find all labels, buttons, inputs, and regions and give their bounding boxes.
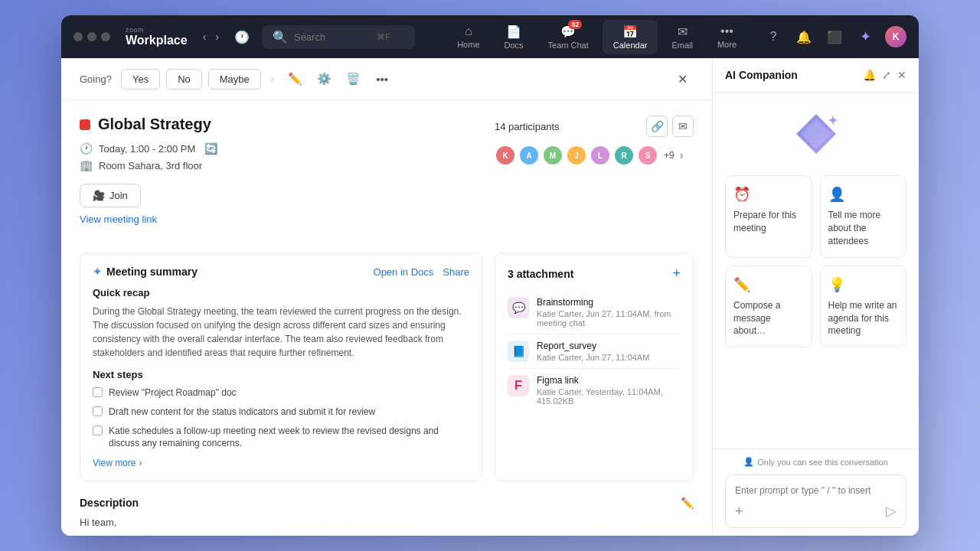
tab-more[interactable]: ••• More (707, 20, 747, 54)
delete-icon[interactable]: 🗑️ (341, 67, 364, 90)
open-in-docs-link[interactable]: Open in Docs (374, 266, 434, 278)
tab-team-chat[interactable]: 💬 82 Team Chat (537, 20, 599, 54)
attachment-1-meta: Katie Carter, Jun 27, 11:04AM, from meet… (537, 309, 681, 328)
next-step-2-text: Draft new content for the status indicat… (109, 406, 375, 419)
view-more-label: View more (93, 458, 136, 468)
notification-icon[interactable]: 🔔 (793, 26, 815, 47)
ai-add-button[interactable]: + (735, 504, 743, 520)
ai-close-icon[interactable]: ✕ (897, 69, 906, 81)
attachments-title: 3 attachment (508, 268, 573, 280)
attachment-report[interactable]: 📘 Report_survey Katie Carter, Jun 27, 11… (508, 334, 681, 369)
nav-tabs: ⌂ Home 📄 Docs 💬 82 Team Chat 📅 Calendar … (446, 20, 747, 54)
email-participants-button[interactable]: ✉ (672, 116, 694, 137)
event-time: Today, 1:00 - 2:00 PM (99, 143, 195, 155)
attachment-brainstorming[interactable]: 💬 Brainstorming Katie Carter, Jun 27, 11… (508, 291, 681, 334)
minimize-light[interactable] (87, 32, 96, 41)
main-content: Going? Yes No Maybe › ✏️ ⚙️ 🗑️ ••• ✕ Glo… (61, 58, 712, 536)
attachment-3-meta: Katie Carter, Yesterday, 11:04AM, 415.02… (537, 387, 681, 406)
avatar[interactable]: K (885, 26, 906, 47)
tab-calendar[interactable]: 📅 Calendar (603, 20, 658, 54)
screen-share-icon[interactable]: ⬛ (824, 26, 845, 47)
rsvp-maybe-button[interactable]: Maybe (208, 69, 261, 90)
tab-email-label: Email (671, 41, 693, 50)
edit-description-icon[interactable]: ✏️ (681, 497, 694, 509)
edit-icon[interactable]: ✏️ (283, 67, 306, 90)
next-step-2: Draft new content for the status indicat… (93, 406, 469, 419)
rsvp-yes-button[interactable]: Yes (121, 69, 160, 90)
tab-docs[interactable]: 📄 Docs (494, 20, 534, 54)
going-label: Going? (80, 73, 112, 85)
maximize-light[interactable] (101, 32, 110, 41)
ai-expand-icon[interactable]: ⤢ (882, 69, 891, 81)
ai-suggestion-prepare[interactable]: ⏰ Prepare for this meeting (725, 175, 812, 258)
help-icon[interactable]: ? (763, 26, 784, 47)
description-line-1: Hi team, (80, 515, 694, 530)
tab-email[interactable]: ✉ Email (661, 20, 704, 54)
compose-icon: ✏️ (733, 276, 804, 295)
ai-prompt-input[interactable] (735, 485, 897, 496)
more-options-icon[interactable]: ••• (371, 67, 394, 90)
copy-link-button[interactable]: 🔗 (646, 116, 668, 137)
workplace-title: Workplace (126, 34, 188, 47)
back-arrow[interactable]: ‹ (200, 29, 210, 44)
attachment-1-info: Brainstorming Katie Carter, Jun 27, 11:0… (537, 297, 681, 328)
ai-suggestion-attendees[interactable]: 👤 Tell me more about the attendees (820, 175, 907, 258)
search-input[interactable] (294, 31, 371, 43)
ai-suggestions: ⏰ Prepare for this meeting 👤 Tell me mor… (725, 175, 906, 347)
chevron-right-icon: › (139, 458, 142, 468)
ai-diamond-logo (793, 111, 839, 157)
event-color-dot (80, 119, 90, 130)
history-icon[interactable]: 🕐 (231, 26, 253, 47)
ai-header-icons: 🔔 ⤢ ✕ (863, 69, 906, 81)
share-link[interactable]: Share (443, 266, 469, 278)
two-col-section: ✦ Meeting summary Open in Docs Share Qui… (61, 240, 712, 497)
chevron-right-icon[interactable]: › (267, 69, 277, 89)
summary-title-text: Meeting summary (106, 266, 198, 278)
forward-arrow[interactable]: › (212, 29, 222, 44)
clock-icon: 🕐 (80, 142, 93, 155)
ai-send-button[interactable]: ▷ (886, 503, 897, 520)
checkbox-1[interactable] (93, 387, 103, 397)
tab-home[interactable]: ⌂ Home (446, 20, 490, 54)
event-location: Room Sahara, 3rd floor (99, 160, 202, 171)
settings-icon[interactable]: ⚙️ (312, 67, 335, 90)
attachment-figma[interactable]: F Figma link Katie Carter, Yesterday, 11… (508, 369, 681, 412)
extra-participants: +9 (664, 150, 675, 161)
close-light[interactable] (74, 32, 83, 41)
rsvp-no-button[interactable]: No (166, 69, 202, 90)
participants-next-button[interactable]: › (680, 149, 684, 161)
search-bar[interactable]: 🔍 ⌘F (262, 25, 415, 49)
ai-sparkle-icon[interactable]: ✦ (854, 26, 876, 47)
view-more-button[interactable]: View more › (93, 458, 469, 468)
ai-suggestion-agenda[interactable]: 💡 Help me write an agenda for this meeti… (820, 266, 907, 348)
nav-arrows: ‹ › (200, 29, 222, 44)
join-button[interactable]: 🎥 Join (80, 184, 141, 207)
next-step-3-text: Katie schedules a follow-up meeting next… (109, 425, 469, 451)
close-event-button[interactable]: ✕ (671, 67, 694, 90)
attachment-3-info: Figma link Katie Carter, Yesterday, 11:0… (537, 375, 681, 406)
attachments-card: 3 attachment + 💬 Brainstorming Katie Car… (495, 253, 694, 481)
view-meeting-link[interactable]: View meeting link (80, 214, 476, 225)
ai-suggestion-compose[interactable]: ✏️ Compose a message about… (725, 266, 812, 348)
attachment-doc-icon: 📘 (508, 341, 529, 362)
tab-home-label: Home (457, 40, 479, 49)
next-step-1: Review "Project Roadmap" doc (93, 386, 469, 399)
attachment-chat-icon: 💬 (508, 297, 529, 318)
event-toolbar: Going? Yes No Maybe › ✏️ ⚙️ 🗑️ ••• ✕ (61, 58, 712, 100)
toolbar-right: ? 🔔 ⬛ ✦ K (763, 26, 906, 47)
ai-info-icon[interactable]: 🔔 (863, 69, 876, 81)
participant-avatar-6: R (613, 145, 635, 166)
checkbox-2[interactable] (93, 406, 103, 416)
checkbox-3[interactable] (93, 425, 103, 435)
attachment-2-meta: Katie Carter, Jun 27, 11:04AM (537, 353, 681, 362)
add-attachment-button[interactable]: + (672, 266, 681, 282)
calendar-icon: 📅 (622, 24, 638, 39)
privacy-lock-icon: 👤 (743, 457, 754, 467)
compose-label: Compose a message about… (733, 299, 804, 337)
agenda-icon: 💡 (828, 276, 899, 295)
tab-chat-label: Team Chat (548, 41, 589, 50)
join-icon: 🎥 (93, 190, 105, 201)
summary-star-icon: ✦ (93, 266, 102, 278)
traffic-lights (74, 32, 110, 41)
ai-input-area[interactable]: + ▷ (725, 474, 906, 528)
